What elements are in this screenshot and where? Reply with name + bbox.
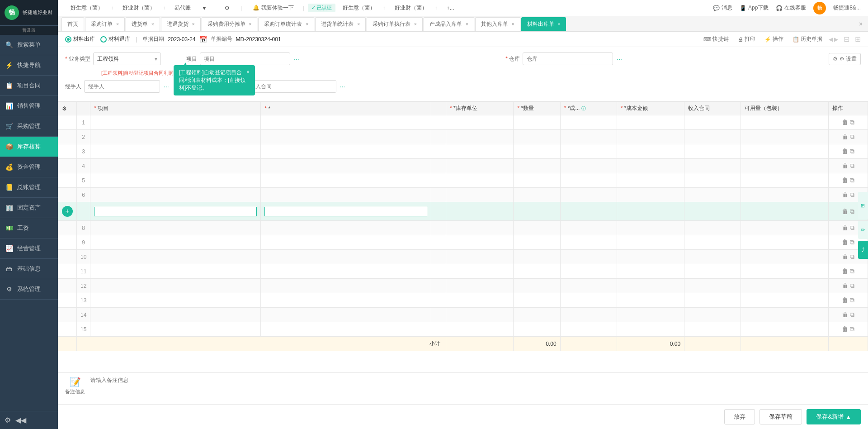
top-nav-good-fin2[interactable]: 好业财（菌） [389,2,433,14]
copy-row-icon[interactable]: ⧉ [850,191,854,199]
tab-bar-close-button[interactable]: × [857,19,864,29]
active-cell-input[interactable] [94,207,257,216]
warehouse-input[interactable] [523,52,613,65]
top-nav-good-biz2[interactable]: 好生意（菌） [337,2,381,14]
delete-row-icon[interactable]: 🗑 [842,208,848,215]
delete-row-icon[interactable]: 🗑 [842,133,848,141]
radio-material-out[interactable]: 材料出库 [65,35,95,43]
copy-row-icon[interactable]: ⧉ [850,238,854,246]
sidebar-item-assets[interactable]: 🏢 固定资产 [0,198,58,218]
collapse-icon[interactable]: ◀◀ [15,416,26,424]
tab-goods-return[interactable]: 进退货货 × [161,17,201,31]
sidebar-item-salary[interactable]: 💵 工资 [0,218,58,238]
top-nav-more[interactable]: +... [441,3,460,13]
business-type-select[interactable]: 工程领料 [93,52,161,65]
settings-button[interactable]: ⚙ ⚙ 设置 [829,53,861,65]
delete-row-icon[interactable]: 🗑 [842,296,848,304]
table-settings-header[interactable]: ⚙ [58,102,77,115]
copy-row-icon[interactable]: ⧉ [850,253,854,261]
tab-close-purchase-exec[interactable]: × [414,22,417,27]
tab-close-material-out[interactable]: × [558,22,561,27]
sidebar-item-quick[interactable]: ⚡ 快捷导航 [0,55,58,76]
grid-view-icon[interactable]: ⊞ [855,35,861,43]
tab-close-purchase-expense[interactable]: × [249,22,252,27]
delete-row-icon[interactable]: 🗑 [842,238,848,246]
add-row-button[interactable]: + [62,206,73,217]
calendar-icon[interactable]: 📅 [199,36,207,43]
copy-row-icon[interactable]: ⧉ [850,208,854,215]
tab-other-receipt[interactable]: 其他入库单 × [475,17,520,31]
copy-row-icon[interactable]: ⧉ [850,224,854,232]
warehouse-more-icon[interactable]: ··· [617,55,622,62]
tab-home[interactable]: 首页 [61,17,84,31]
gear-settings-icon[interactable]: ⚙ [219,3,235,13]
delete-row-icon[interactable]: 🗑 [842,224,848,232]
save-new-button[interactable]: 保存&新增 ▲ [807,409,861,424]
copy-row-icon[interactable]: ⧉ [850,119,854,126]
tab-finished-goods[interactable]: 产成品入库单 × [424,17,474,31]
sidebar-item-inventory[interactable]: 📦 库存核算 [0,137,58,157]
tab-close-finished-goods[interactable]: × [466,22,468,27]
sidebar-item-purchase[interactable]: 🛒 采购管理 [0,116,58,137]
operation-button[interactable]: ⚡ 操作 [762,34,786,44]
top-nav-easy-agent[interactable]: 易代账 [169,2,196,14]
handler-more-icon[interactable]: ··· [164,83,169,90]
delete-row-icon[interactable]: 🗑 [842,162,848,170]
sidebar-item-basic[interactable]: 🗃 基础信息 [0,259,58,279]
copy-row-icon[interactable]: ⧉ [850,296,854,304]
copy-row-icon[interactable]: ⧉ [850,133,854,141]
copy-row-icon[interactable]: ⧉ [850,176,854,184]
top-nav-good-business[interactable]: 好生意（菌） [65,2,108,14]
tab-goods-receipt[interactable]: 进货单 × [126,17,160,31]
tab-close-goods-return[interactable]: × [192,22,195,27]
income-contract-input[interactable] [246,80,336,93]
settings-icon[interactable]: ⚙ [5,416,11,424]
copy-row-icon[interactable]: ⧉ [850,325,854,333]
list-view-icon[interactable]: ⊟ [844,35,849,43]
tab-close-purchase-stats[interactable]: × [306,22,308,27]
sidebar-item-search[interactable]: 🔍 搜索菜单 [0,35,58,55]
note-input[interactable] [90,377,861,399]
history-button[interactable]: 📋 历史单据 [790,34,825,44]
delete-row-icon[interactable]: 🗑 [842,176,848,184]
sidebar-item-system[interactable]: ⚙ 系统管理 [0,279,58,300]
tab-purchase-exec[interactable]: 采购订单执行表 × [367,17,423,31]
tab-purchase-stats[interactable]: 采购订单统计表 × [258,17,314,31]
copy-row-icon[interactable]: ⧉ [850,282,854,290]
handler-input[interactable] [84,80,160,93]
sidebar-item-ledger[interactable]: 📒 总账管理 [0,177,58,198]
cell-project-1[interactable] [90,115,261,130]
top-nav-experience[interactable]: 🔔 我要体验一下 [247,2,299,14]
project-input[interactable] [200,52,290,65]
right-float-icon-1[interactable]: ⊞ [858,192,868,219]
delete-row-icon[interactable]: 🗑 [842,253,848,261]
project-more-icon[interactable]: ··· [294,55,299,62]
radio-material-back[interactable]: 材料退库 [100,35,130,43]
save-draft-button[interactable]: 保存草稿 [760,409,802,424]
message-button[interactable]: 💬 消息 [713,4,732,12]
print-button[interactable]: 🖨 打印 [735,34,758,44]
copy-row-icon[interactable]: ⧉ [850,148,854,155]
delete-row-icon[interactable]: 🗑 [842,325,848,333]
delete-row-icon[interactable]: 🗑 [842,311,848,319]
tab-material-out[interactable]: 材料出库单 × [521,17,566,31]
delete-row-icon[interactable]: 🗑 [842,119,848,126]
shortcut-key-button[interactable]: ⌨ 快捷键 [701,34,731,44]
delete-row-icon[interactable]: 🗑 [842,191,848,199]
sidebar-item-sales[interactable]: 📊 销售管理 [0,96,58,116]
tab-goods-stats[interactable]: 进货单统计表 × [315,17,366,31]
top-nav-good-finance[interactable]: 好业财（菌） [117,2,160,14]
income-contract-more-icon[interactable]: ··· [340,83,345,90]
tab-close-goods-stats[interactable]: × [357,22,360,27]
delete-row-icon[interactable]: 🗑 [842,282,848,290]
active-cell-input-2[interactable] [264,207,427,216]
user-avatar[interactable]: 畅 [813,2,826,14]
tab-close-goods-receipt[interactable]: × [151,22,154,27]
app-download-button[interactable]: 📱 App下载 [740,4,769,12]
tab-close-purchase-order[interactable]: × [116,22,119,27]
sidebar-item-contract[interactable]: 📋 项目合同 [0,76,58,96]
online-service-button[interactable]: 🎧 在线客服 [776,4,806,12]
discard-button[interactable]: 放弃 [724,409,755,424]
right-float-icon-3[interactable]: ⤴ [858,241,868,259]
copy-row-icon[interactable]: ⧉ [850,311,854,319]
